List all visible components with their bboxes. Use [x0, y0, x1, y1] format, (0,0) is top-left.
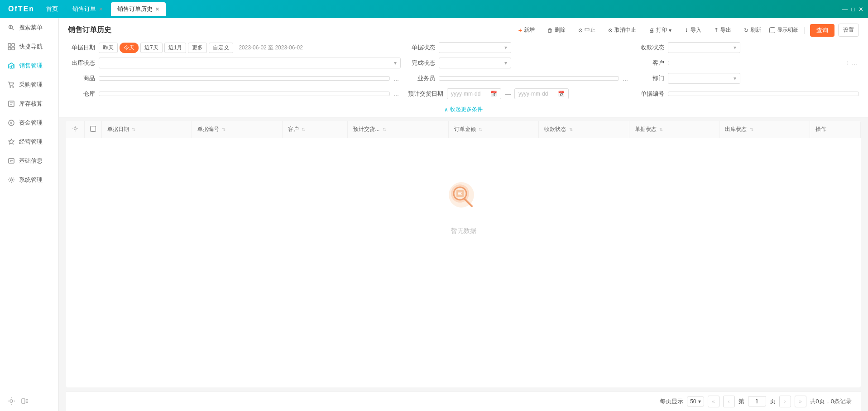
print-dropdown-icon: ▾	[669, 27, 671, 34]
sidebar-item-operation-mgmt[interactable]: 经营管理	[0, 132, 58, 151]
customer-input[interactable]	[668, 61, 848, 65]
svg-rect-8	[10, 66, 11, 68]
toolbar-divider	[804, 27, 805, 34]
svg-rect-6	[8, 47, 11, 50]
delivery-date-to[interactable]: yyyy-mm-dd 📅	[514, 88, 569, 99]
warehouse-input[interactable]	[99, 92, 390, 96]
svg-rect-4	[8, 44, 11, 46]
complete-status-select[interactable]: ▾	[439, 58, 511, 68]
prev-page-btn[interactable]: ‹	[723, 396, 735, 407]
salesperson-input[interactable]	[439, 76, 619, 81]
close-window-button[interactable]: ✕	[858, 6, 863, 13]
filter-order-number: 单据编号	[637, 90, 859, 98]
svg-rect-17	[9, 159, 14, 163]
collapse-more-btn[interactable]: ∧ 收起更多条件	[68, 104, 859, 115]
tab-sales-order-history[interactable]: 销售订单历史 ✕	[111, 2, 166, 16]
page-number-input[interactable]	[748, 396, 766, 406]
warehouse-control: ...	[99, 90, 401, 97]
print-icon: 🖨	[649, 27, 654, 34]
date-yesterday-btn[interactable]: 昨天	[99, 43, 118, 53]
sort-date-icon[interactable]: ⇅	[132, 127, 135, 132]
cancel-stop-icon: ⊗	[608, 27, 613, 34]
import-icon: ⤓	[684, 27, 689, 34]
add-button[interactable]: + 新增	[514, 24, 539, 36]
order-number-input[interactable]	[668, 92, 859, 96]
department-select[interactable]: ▾	[668, 73, 740, 84]
stop-button[interactable]: ⊘ 中止	[574, 24, 600, 36]
sidebar-collapse-icon[interactable]	[21, 397, 29, 406]
sidebar-label-inventory-check: 库存核算	[19, 100, 43, 108]
filter-customer: 客户 ...	[637, 59, 859, 67]
tab-home[interactable]: 首页	[40, 2, 64, 16]
sidebar-label-basic-info: 基础信息	[19, 157, 43, 165]
sidebar-item-basic-info[interactable]: 基础信息	[0, 151, 58, 170]
display-detail-checkbox[interactable]	[769, 27, 775, 33]
page-unit-label: 页	[770, 397, 776, 406]
date-today-btn[interactable]: 今天	[120, 43, 139, 53]
order-status-select[interactable]: ▾	[439, 42, 511, 53]
date-1month-btn[interactable]: 近1月	[164, 43, 187, 53]
sort-number-icon[interactable]: ⇅	[222, 127, 225, 132]
query-button[interactable]: 查询	[810, 24, 834, 37]
last-page-btn[interactable]: »	[795, 396, 806, 407]
print-button[interactable]: 🖨 打印 ▾	[644, 24, 676, 36]
salesperson-ellipsis-btn[interactable]: ...	[621, 75, 630, 82]
table-header-row: 单据日期 ⇅ 单据编号 ⇅ 客户 ⇅	[66, 121, 861, 138]
display-detail-checkbox-label[interactable]: 显示明细	[769, 26, 799, 34]
filter-department: 部门 ▾	[637, 73, 859, 84]
minimize-button[interactable]: —	[842, 6, 848, 13]
next-page-btn[interactable]: ›	[779, 396, 791, 407]
th-gear[interactable]	[66, 121, 84, 138]
sort-delivery-icon[interactable]: ⇅	[383, 127, 386, 132]
empty-icon	[441, 174, 486, 220]
maximize-button[interactable]: □	[851, 6, 855, 13]
sort-payment-icon[interactable]: ⇅	[569, 127, 573, 132]
sidebar-item-inventory-check[interactable]: 库存核算	[0, 94, 58, 113]
date-7days-btn[interactable]: 近7天	[140, 43, 163, 53]
th-payment-status: 收款状态 ⇅	[539, 121, 629, 138]
th-checkbox[interactable]	[84, 121, 101, 138]
cancel-stop-button[interactable]: ⊗ 取消中止	[604, 24, 641, 36]
sidebar-item-search-menu[interactable]: 搜索菜单	[0, 18, 58, 37]
sidebar-item-system-mgmt[interactable]: 系统管理	[0, 170, 58, 189]
warehouse-label: 仓库	[68, 90, 95, 98]
sidebar-item-capital-mgmt[interactable]: ¥ 资金管理	[0, 113, 58, 132]
tab-sales-order[interactable]: 销售订单 ✕	[66, 2, 109, 16]
import-button[interactable]: ⤓ 导入	[680, 24, 706, 36]
refresh-button[interactable]: ↻ 刷新	[739, 24, 766, 36]
date-more-btn[interactable]: 更多	[188, 43, 207, 53]
th-date: 单据日期 ⇅	[101, 121, 192, 138]
product-input[interactable]	[99, 76, 390, 81]
date-custom-btn[interactable]: 自定义	[209, 43, 233, 53]
sales-mgmt-icon	[7, 62, 15, 70]
customer-ellipsis-btn[interactable]: ...	[850, 59, 859, 67]
select-all-checkbox[interactable]	[90, 126, 96, 132]
delete-button[interactable]: 🗑 删除	[543, 24, 570, 36]
sidebar-item-purchase-mgmt[interactable]: 采购管理	[0, 75, 58, 94]
sort-order-status-icon[interactable]: ⇅	[659, 127, 663, 132]
export-button[interactable]: ⤒ 导出	[710, 24, 736, 36]
delivery-date-from[interactable]: yyyy-mm-dd 📅	[447, 88, 501, 99]
customer-label: 客户	[637, 59, 664, 67]
sidebar-label-operation-mgmt: 经营管理	[19, 138, 43, 146]
sort-amount-icon[interactable]: ⇅	[479, 127, 482, 132]
complete-status-arrow: ▾	[504, 60, 507, 66]
tab-sales-order-history-close[interactable]: ✕	[155, 6, 159, 12]
sort-warehouse-icon[interactable]: ⇅	[750, 127, 753, 132]
sort-customer-icon[interactable]: ⇅	[302, 127, 305, 132]
first-page-btn[interactable]: «	[708, 396, 719, 407]
capital-mgmt-icon: ¥	[7, 119, 15, 127]
warehouse-status-select[interactable]: ▾	[99, 58, 401, 68]
product-ellipsis-btn[interactable]: ...	[392, 75, 401, 82]
warehouse-ellipsis-btn[interactable]: ...	[392, 90, 401, 97]
delete-icon: 🗑	[547, 27, 553, 34]
settings-button[interactable]: 设置	[838, 24, 859, 37]
payment-status-select[interactable]: ▾	[668, 42, 740, 53]
sidebar-item-quick-nav[interactable]: 快捷导航	[0, 37, 58, 56]
sidebar-settings-icon[interactable]	[7, 397, 15, 406]
svg-text:¥: ¥	[10, 121, 13, 126]
page-size-select[interactable]: 50 ▾	[687, 396, 704, 406]
sidebar-label-sales-mgmt: 销售管理	[19, 62, 43, 70]
sidebar-item-sales-mgmt[interactable]: 销售管理	[0, 56, 58, 75]
tab-sales-order-close[interactable]: ✕	[99, 6, 103, 12]
